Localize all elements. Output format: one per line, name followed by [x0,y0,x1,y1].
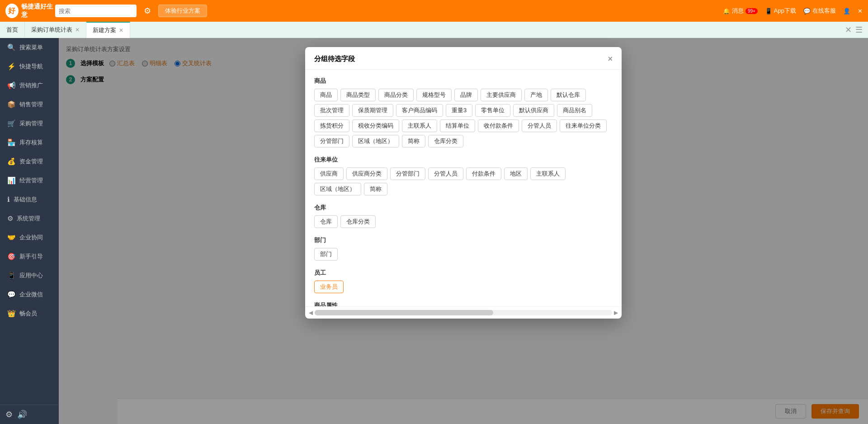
sidebar-label-system: 系统管理 [17,214,40,223]
field-pick-points[interactable]: 拣货积分 [314,119,349,132]
field-payment-terms[interactable]: 收付款条件 [478,119,519,132]
counterpart-fields: 供应商 供应商分类 分管部门 分管人员 付款条件 地区 主联系人 区域（地区） … [314,167,613,195]
field-default-supplier[interactable]: 默认供应商 [513,104,554,117]
sidebar-label-member: 畅会员 [19,310,37,318]
section-product-attr-title: 商品属性 [314,301,613,306]
sidebar: 🔍 搜索菜单 ⚡ 快捷导航 📢 营销推广 📦 销售管理 🛒 采购管理 🏪 库存核… [0,38,59,424]
section-warehouse-title: 仓库 [314,204,613,212]
modal-body[interactable]: 商品 商品 商品类型 商品分类 规格型号 品牌 主要供应商 产地 默认仓库 批次… [305,70,622,306]
field-salesperson[interactable]: 业务员 [314,281,344,293]
sidebar-item-sales[interactable]: 📦 销售管理 [0,95,59,114]
field-retail-unit[interactable]: 零售单位 [475,104,510,117]
notification-item[interactable]: 🔔 消息 99+ [723,7,758,15]
sidebar-label-enterprise-wechat: 企业微信 [19,291,43,299]
sidebar-audio-icon[interactable]: 🔊 [17,410,27,419]
field-warehouse[interactable]: 仓库 [314,215,338,228]
field-spec-model[interactable]: 规格型号 [416,89,452,101]
user-avatar[interactable]: 👤 [843,8,850,14]
field-manager[interactable]: 分管人员 [522,119,557,132]
notification-label: 消息 [732,7,744,15]
sidebar-item-finance[interactable]: 💰 资金管理 [0,152,59,171]
field-warehouse-cat[interactable]: 仓库分类 [340,215,376,228]
field-product-alias[interactable]: 商品别名 [557,104,592,117]
field-main-supplier[interactable]: 主要供应商 [481,89,522,101]
field-short-name[interactable]: 简称 [402,135,425,148]
field-weight3[interactable]: 重量3 [446,104,472,117]
field-abbr[interactable]: 简称 [364,183,387,195]
section-warehouse: 仓库 仓库 仓库分类 [314,204,613,228]
field-product-category[interactable]: 商品分类 [378,89,414,101]
sidebar-label-search-menu: 搜索菜单 [19,43,43,52]
modal-overlay: 分组待选字段 × 商品 商品 商品类型 商品分类 规格型号 品牌 [59,38,868,424]
field-main-contact[interactable]: 主联系人 [402,119,437,132]
field-department[interactable]: 部门 [314,248,338,261]
tab-purchase-stats-close[interactable]: ✕ [75,27,80,33]
tab-new-plan[interactable]: 新建方案 ✕ [86,22,130,38]
tab-home[interactable]: 首页 [0,22,25,38]
sidebar-item-operations[interactable]: 📊 经营管理 [0,171,59,190]
sidebar-item-enterprise[interactable]: 🤝 企业协同 [0,228,59,247]
sidebar-item-member[interactable]: 👑 畅会员 [0,304,59,323]
field-settlement-unit[interactable]: 结算单位 [440,119,475,132]
field-region2[interactable]: 区域（地区） [314,183,361,195]
sidebar-item-search-menu[interactable]: 🔍 搜索菜单 [0,38,59,57]
sidebar-settings-icon[interactable]: ⚙ [5,410,13,419]
sidebar-item-system[interactable]: ⚙ 系统管理 [0,209,59,228]
field-counterpart-category[interactable]: 往来单位分类 [560,119,607,132]
enterprise-wechat-icon: 💬 [7,291,16,299]
sidebar-item-quick-nav[interactable]: ⚡ 快捷导航 [0,57,59,76]
tab-bar-menu[interactable]: ☰ [855,25,863,35]
sidebar-label-new-guide: 新手引导 [19,252,43,261]
field-main-contact2[interactable]: 主联系人 [530,167,566,180]
field-region[interactable]: 区域（地区） [352,135,399,148]
scroll-left-btn[interactable]: ◀ [309,310,313,316]
horizontal-scrollbar[interactable] [315,310,612,315]
app-download-item[interactable]: 📱 App下载 [765,7,796,15]
gear-icon[interactable]: ⚙ [144,6,151,16]
sidebar-item-new-guide[interactable]: 🎯 新手引导 [0,247,59,266]
section-counterpart: 往来单位 供应商 供应商分类 分管部门 分管人员 付款条件 地区 主联系人 区域… [314,156,613,195]
tab-bar-close[interactable]: ✕ [845,25,852,35]
scroll-right-btn[interactable]: ▶ [614,310,618,316]
section-employee: 员工 业务员 [314,269,613,293]
field-manage-dept[interactable]: 分管部门 [390,167,425,180]
sidebar-item-app-center[interactable]: 📱 应用中心 [0,266,59,285]
field-area[interactable]: 地区 [504,167,528,180]
sidebar-item-marketing[interactable]: 📢 营销推广 [0,76,59,95]
field-product[interactable]: 商品 [314,89,338,101]
download-icon: 📱 [765,8,772,14]
sidebar-item-enterprise-wechat[interactable]: 💬 企业微信 [0,285,59,304]
section-employee-title: 员工 [314,269,613,277]
field-brand[interactable]: 品牌 [454,89,478,101]
sidebar-label-basic-info: 基础信息 [14,195,37,204]
sidebar-item-inventory[interactable]: 🏪 库存核算 [0,133,59,152]
sidebar-label-marketing: 营销推广 [19,81,43,90]
field-customer-code[interactable]: 客户商品编码 [396,104,443,117]
field-warehouse-category[interactable]: 仓库分类 [428,135,463,148]
support-item[interactable]: 💬 在线客服 [803,7,836,15]
field-origin[interactable]: 产地 [524,89,548,101]
field-supplier[interactable]: 供应商 [314,167,344,180]
field-batch-mgmt[interactable]: 批次管理 [314,104,349,117]
tab-bar: 首页 采购订单统计表 ✕ 新建方案 ✕ ✕ ☰ [0,22,868,38]
field-payment-condition[interactable]: 付款条件 [466,167,501,180]
trial-btn[interactable]: 体验行业方案 [158,5,207,17]
top-search-area: ⚙ 体验行业方案 [55,5,723,17]
modal-dialog: 分组待选字段 × 商品 商品 商品类型 商品分类 规格型号 品牌 [305,47,622,319]
field-product-type[interactable]: 商品类型 [340,89,376,101]
logo: 好 畅捷通好生意 [5,3,55,19]
window-close-btn[interactable]: ✕ [858,8,863,14]
tab-purchase-stats[interactable]: 采购订单统计表 ✕ [25,22,86,38]
field-expiry-mgmt[interactable]: 保质期管理 [352,104,393,117]
search-input[interactable] [55,5,137,17]
field-default-warehouse[interactable]: 默认仓库 [551,89,586,101]
field-supplier-category[interactable]: 供应商分类 [346,167,387,180]
field-dept[interactable]: 分管部门 [314,135,349,148]
sidebar-label-operations: 经营管理 [19,176,43,185]
tab-new-plan-close[interactable]: ✕ [119,27,123,33]
field-tax-category-code[interactable]: 税收分类编码 [352,119,399,132]
sidebar-item-purchase[interactable]: 🛒 采购管理 [0,114,59,133]
modal-close-btn[interactable]: × [608,54,613,64]
field-manage-person[interactable]: 分管人员 [428,167,463,180]
sidebar-item-basic-info[interactable]: ℹ 基础信息 [0,190,59,209]
